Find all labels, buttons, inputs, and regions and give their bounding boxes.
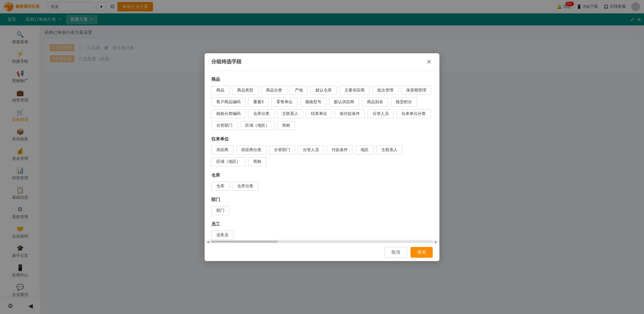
modal-dialog: 分组待选字段 ✕ 商品商品商品类型商品分类产地默认仓库主要供应商批次管理保质期管… bbox=[205, 53, 439, 261]
field-tag-0-1[interactable]: 商品类型 bbox=[232, 86, 258, 95]
field-tag-1-3[interactable]: 分管人员 bbox=[298, 145, 324, 154]
field-tag-1-6[interactable]: 主联系人 bbox=[376, 145, 402, 154]
field-tag-0-24[interactable]: 简称 bbox=[277, 121, 295, 130]
field-tags-2: 仓库仓库分类 bbox=[211, 182, 433, 191]
field-tag-1-7[interactable]: 区域（地区） bbox=[211, 157, 246, 166]
field-tags-1: 供应商供应商分类分管部门分管人员付款条件地区主联系人区域（地区）简称 bbox=[211, 145, 433, 166]
confirm-button[interactable]: 查询 bbox=[411, 247, 433, 258]
field-tags-3: 部门 bbox=[211, 206, 433, 215]
scrollbar-track bbox=[211, 241, 433, 243]
field-tag-0-19[interactable]: 收付款条件 bbox=[335, 109, 365, 118]
modal-overlay: 分组待选字段 ✕ 商品商品商品类型商品分类产地默认仓库主要供应商批次管理保质期管… bbox=[0, 0, 644, 314]
field-section-2: 仓库仓库仓库分类 bbox=[211, 172, 433, 191]
field-tag-2-0[interactable]: 仓库 bbox=[211, 182, 229, 191]
field-tag-4-0[interactable]: 业务员 bbox=[211, 231, 233, 240]
field-section-3: 部门部门 bbox=[211, 197, 433, 215]
field-tag-0-5[interactable]: 主要供应商 bbox=[339, 86, 370, 95]
field-section-title-4: 员工 bbox=[211, 221, 433, 227]
field-tag-0-7[interactable]: 保质期管理 bbox=[401, 86, 431, 95]
field-tag-0-23[interactable]: 区域（地区） bbox=[240, 121, 274, 130]
modal-scrollbar: ◀ ▶ bbox=[205, 240, 439, 243]
field-tag-0-11[interactable]: 规格型号 bbox=[300, 98, 326, 107]
field-tag-3-0[interactable]: 部门 bbox=[211, 206, 229, 215]
field-section-4: 员工业务员 bbox=[211, 221, 433, 240]
field-section-title-2: 仓库 bbox=[211, 172, 433, 178]
field-tag-0-17[interactable]: 主联系人 bbox=[277, 109, 303, 118]
field-tag-0-18[interactable]: 结算单位 bbox=[306, 109, 332, 118]
field-tag-1-5[interactable]: 地区 bbox=[356, 145, 374, 154]
modal-header: 分组待选字段 ✕ bbox=[205, 53, 439, 71]
field-section-title-0: 商品 bbox=[211, 76, 433, 82]
field-tag-0-3[interactable]: 产地 bbox=[290, 86, 308, 95]
field-tag-0-10[interactable]: 零售单位 bbox=[271, 98, 298, 107]
field-tag-1-0[interactable]: 供应商 bbox=[211, 145, 233, 154]
field-tag-0-22[interactable]: 分管部门 bbox=[211, 121, 237, 130]
field-tag-0-16[interactable]: 仓库分类 bbox=[248, 109, 274, 118]
field-tag-0-21[interactable]: 往来单位分类 bbox=[396, 109, 431, 118]
field-tag-0-8[interactable]: 客户商品编码 bbox=[211, 98, 246, 107]
modal-footer: 取消 查询 bbox=[205, 243, 439, 261]
field-tag-0-9[interactable]: 重量3 bbox=[248, 98, 269, 107]
field-tag-1-8[interactable]: 简称 bbox=[248, 157, 266, 166]
cancel-button[interactable]: 取消 bbox=[384, 247, 407, 258]
field-tag-1-4[interactable]: 付款条件 bbox=[327, 145, 353, 154]
field-tag-0-12[interactable]: 默认供应商 bbox=[329, 98, 359, 107]
modal-title: 分组待选字段 bbox=[211, 59, 241, 65]
field-tag-1-2[interactable]: 分管部门 bbox=[269, 145, 295, 154]
field-tag-0-13[interactable]: 商品别名 bbox=[362, 98, 388, 107]
field-tag-0-14[interactable]: 拣货积分 bbox=[391, 98, 417, 107]
field-tag-1-1[interactable]: 供应商分类 bbox=[236, 145, 266, 154]
field-section-1: 往来单位供应商供应商分类分管部门分管人员付款条件地区主联系人区域（地区）简称 bbox=[211, 136, 433, 166]
field-section-title-3: 部门 bbox=[211, 197, 433, 203]
field-tags-4: 业务员 bbox=[211, 231, 433, 240]
field-tag-2-1[interactable]: 仓库分类 bbox=[232, 182, 258, 191]
field-tag-0-6[interactable]: 批次管理 bbox=[372, 86, 398, 95]
modal-body[interactable]: 商品商品商品类型商品分类产地默认仓库主要供应商批次管理保质期管理客户商品编码重量… bbox=[205, 71, 439, 240]
field-tags-0: 商品商品类型商品分类产地默认仓库主要供应商批次管理保质期管理客户商品编码重量3零… bbox=[211, 86, 433, 130]
field-tag-0-4[interactable]: 默认仓库 bbox=[311, 86, 337, 95]
field-tag-0-0[interactable]: 商品 bbox=[211, 86, 229, 95]
field-tag-0-2[interactable]: 商品分类 bbox=[261, 86, 287, 95]
field-section-0: 商品商品商品类型商品分类产地默认仓库主要供应商批次管理保质期管理客户商品编码重量… bbox=[211, 76, 433, 130]
field-section-title-1: 往来单位 bbox=[211, 136, 433, 142]
field-tag-0-15[interactable]: 税收分类编码 bbox=[211, 109, 246, 118]
scrollbar-thumb bbox=[211, 241, 278, 243]
modal-close-button[interactable]: ✕ bbox=[425, 58, 433, 66]
field-tag-0-20[interactable]: 分管人员 bbox=[368, 109, 394, 118]
